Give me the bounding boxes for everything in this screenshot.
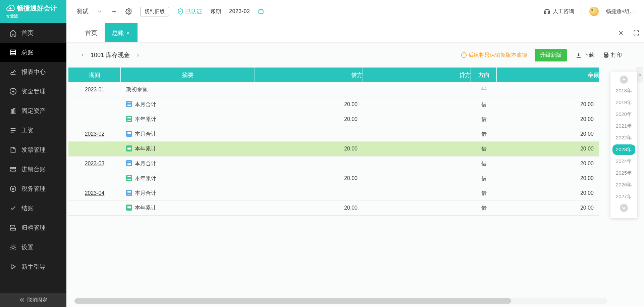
content: 首页总账✕ 1001 库存现金 后续将只保留新版本账簿 升级新版 下载 打印 xyxy=(66,23,644,307)
cell-period xyxy=(68,201,121,215)
consult-button[interactable]: 人工咨询 xyxy=(543,8,574,15)
sidebar-item-label: 工资 xyxy=(21,126,34,134)
sidebar-item-label: 归档管理 xyxy=(21,224,46,232)
table-row: 本年累计20.00借20.00 xyxy=(68,201,599,215)
account-title[interactable]: 1001 库存现金 xyxy=(91,51,130,59)
cell-summary: 本年累计 xyxy=(121,141,255,156)
sidebar-item-label: 总账 xyxy=(21,48,34,56)
cell-direction: 借 xyxy=(471,186,497,201)
cell-debit: 20.00 xyxy=(255,201,363,215)
sidebar-item-0[interactable]: 首页 xyxy=(0,23,66,43)
print-icon xyxy=(603,52,609,58)
year-option[interactable]: 2022年 xyxy=(610,132,637,144)
cell-credit xyxy=(363,156,471,171)
year-total-icon xyxy=(126,145,132,151)
year-option[interactable]: 2020年 xyxy=(610,108,637,120)
sidebar-item-11[interactable]: 设置 xyxy=(0,237,66,257)
sidebar-item-label: 固定资产 xyxy=(21,107,46,115)
cell-balance: 20.00 xyxy=(497,156,599,171)
fullscreen-button[interactable] xyxy=(629,23,644,42)
cell-period[interactable]: 2023-01 xyxy=(68,82,121,97)
topbar-right: 人工咨询 畅捷通B组... xyxy=(543,7,644,16)
cell-period[interactable]: 2023-02 xyxy=(68,127,121,141)
add-icon[interactable] xyxy=(111,8,117,15)
sidebar-item-5[interactable]: 工资 xyxy=(0,121,66,140)
gear-icon[interactable] xyxy=(125,8,132,15)
sidebar-item-label: 报表中心 xyxy=(21,68,46,76)
cell-summary: 本年累计 xyxy=(121,171,255,186)
cell-balance xyxy=(497,82,599,97)
calendar-icon[interactable] xyxy=(258,8,264,14)
year-option[interactable]: 2026年 xyxy=(610,179,637,191)
sidebar-item-10[interactable]: 归档管理 xyxy=(0,218,66,237)
year-option[interactable]: 2023年 xyxy=(612,144,635,155)
sidebar-icon xyxy=(9,224,17,231)
download-button[interactable]: 下载 xyxy=(576,52,594,59)
cell-direction: 借 xyxy=(471,156,497,171)
top-bar: 畅捷通好会计 专业版 测试 切到旧版 已认证 账期 2023-02 人工咨询 畅… xyxy=(0,0,644,23)
cell-summary: 本月合计 xyxy=(121,97,255,112)
cell-balance: 20.00 xyxy=(497,171,599,186)
sidebar-item-1[interactable]: 总账 xyxy=(0,43,66,62)
year-scroll-down[interactable] xyxy=(610,203,637,213)
cell-direction: 借 xyxy=(471,171,497,186)
sidebar-item-label: 发票管理 xyxy=(21,146,46,154)
cell-debit: 20.00 xyxy=(255,171,363,186)
tab-close-icon[interactable]: ✕ xyxy=(126,30,130,36)
sidebar-item-9[interactable]: 结账 xyxy=(0,199,66,218)
unpin-button[interactable]: 取消固定 xyxy=(0,293,66,307)
sidebar-icon xyxy=(9,263,17,270)
year-option[interactable]: 2027年 xyxy=(610,191,637,203)
th-debit: 借方 xyxy=(255,68,363,82)
year-option[interactable]: 2021年 xyxy=(610,120,637,132)
sidebar-item-12[interactable]: 新手引导 xyxy=(0,257,66,276)
upgrade-button[interactable]: 升级新版 xyxy=(535,49,567,61)
year-option[interactable]: 2024年 xyxy=(610,156,637,167)
sidebar-item-3[interactable]: 资金管理 xyxy=(0,82,66,101)
sidebar-item-6[interactable]: 发票管理 xyxy=(0,140,66,160)
sidebar-item-label: 设置 xyxy=(21,243,34,251)
next-account-icon[interactable] xyxy=(135,52,141,58)
switch-old-version-button[interactable]: 切到旧版 xyxy=(140,7,169,16)
cell-credit xyxy=(363,141,471,156)
cell-direction: 借 xyxy=(471,97,497,112)
year-option[interactable]: 2018年 xyxy=(610,85,637,97)
org-name[interactable]: 测试 xyxy=(76,7,89,15)
sidebar-item-4[interactable]: 固定资产 xyxy=(0,101,66,121)
year-option[interactable]: 2025年 xyxy=(610,167,637,179)
table-row: 本年累计20.00借20.00 xyxy=(68,112,599,127)
scrollbar-thumb[interactable] xyxy=(74,298,511,304)
cell-period[interactable]: 2023-03 xyxy=(68,156,121,171)
prev-account-icon[interactable] xyxy=(80,52,85,58)
cell-direction: 借 xyxy=(471,201,497,215)
print-button[interactable]: 打印 xyxy=(603,52,622,59)
user-name[interactable]: 畅捷通B组... xyxy=(606,8,634,15)
avatar[interactable] xyxy=(589,7,599,16)
headset-icon xyxy=(543,8,551,15)
period-value[interactable]: 2023-02 xyxy=(229,8,250,14)
cell-balance: 20.00 xyxy=(497,201,599,215)
cell-summary: 本年累计 xyxy=(121,201,255,215)
tabs-actions xyxy=(613,23,644,42)
sidebar-icon xyxy=(9,185,17,192)
close-tab-button[interactable] xyxy=(613,23,629,42)
sidebar-item-2[interactable]: 报表中心 xyxy=(0,62,66,82)
cell-period xyxy=(68,171,121,186)
month-total-icon xyxy=(126,190,132,196)
year-scroll-up[interactable] xyxy=(610,74,637,85)
sidebar-item-8[interactable]: 税务管理 xyxy=(0,179,66,199)
horizontal-scrollbar[interactable] xyxy=(74,298,607,304)
ledger-table: 期间 摘要 借方 贷方 方向 余额 2023-01期初余额平本月合计20.00借… xyxy=(68,68,599,216)
cloud-logo-icon xyxy=(6,4,15,13)
tab-0[interactable]: 首页 xyxy=(78,23,105,42)
org-dropdown-icon[interactable] xyxy=(97,8,103,14)
year-option[interactable]: 2019年 xyxy=(610,97,637,108)
sidebar-icon xyxy=(9,146,17,154)
tab-1[interactable]: 总账✕ xyxy=(105,23,138,42)
cell-period[interactable]: 2023-04 xyxy=(68,186,121,201)
toolbar: 1001 库存现金 后续将只保留新版本账簿 升级新版 下载 打印 xyxy=(66,43,644,68)
sidebar-icon xyxy=(9,127,17,134)
cell-debit xyxy=(255,156,363,171)
cell-direction: 借 xyxy=(471,112,497,127)
sidebar-item-7[interactable]: 进销台账 xyxy=(0,160,66,179)
